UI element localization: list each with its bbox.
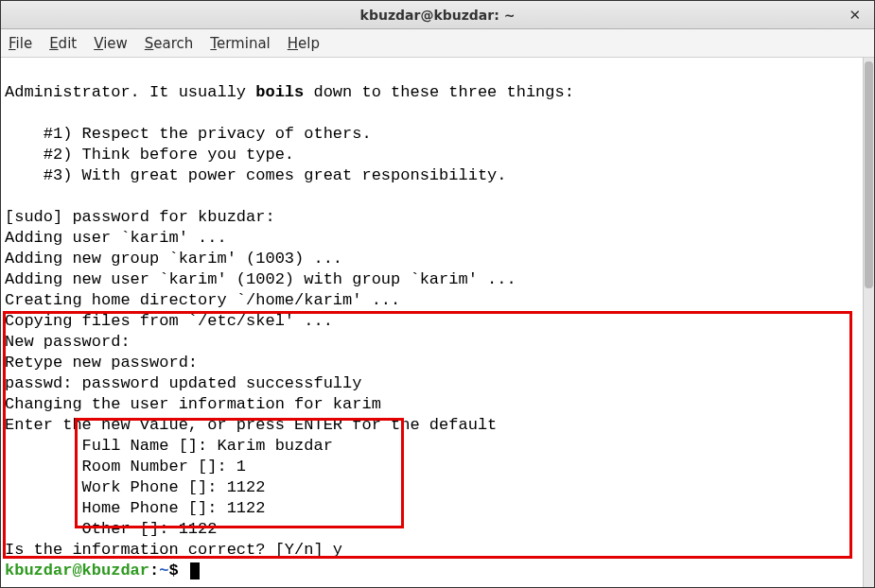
menu-help[interactable]: Help: [288, 35, 320, 52]
scrollbar-thumb[interactable]: [865, 61, 873, 288]
terminal-line: Adding new group `karim' (1003) ...: [5, 250, 342, 268]
terminal-line: Administrator. It usually boils down to …: [5, 83, 574, 101]
terminal-line: [sudo] password for kbuzdar:: [5, 208, 275, 226]
terminal-line: Is the information correct? [Y/n] y: [5, 541, 342, 559]
menu-search[interactable]: Search: [145, 35, 194, 52]
scrollbar[interactable]: [863, 58, 874, 587]
close-icon[interactable]: ✕: [845, 7, 865, 24]
menu-view[interactable]: View: [94, 35, 128, 52]
terminal-line: Changing the user information for karim: [5, 395, 381, 413]
titlebar: kbuzdar@kbuzdar: ~ ✕: [1, 1, 874, 29]
terminal-line: New password:: [5, 333, 131, 351]
menubar: File Edit View Search Terminal Help: [1, 29, 874, 58]
terminal-line: Work Phone []: 1122: [5, 478, 265, 496]
menu-edit[interactable]: Edit: [49, 35, 77, 52]
terminal-line: Adding user `karim' ...: [5, 229, 227, 247]
terminal-line: Enter the new value, or press ENTER for …: [5, 416, 497, 434]
terminal-line: #1) Respect the privacy of others.: [5, 125, 372, 143]
terminal-prompt: kbuzdar@kbuzdar:~$: [5, 562, 200, 579]
terminal-line: Retype new password:: [5, 354, 198, 372]
terminal-line: Home Phone []: 1122: [5, 499, 265, 517]
prompt-path: ~: [159, 562, 168, 579]
terminal-line: #2) Think before you type.: [5, 146, 294, 164]
window-title: kbuzdar@kbuzdar: ~: [360, 8, 516, 23]
terminal-line: #3) With great power comes great respons…: [5, 166, 507, 184]
terminal-line: passwd: password updated successfully: [5, 374, 361, 392]
terminal-line: Room Number []: 1: [5, 458, 246, 476]
terminal-line: Adding new user `karim' (1002) with grou…: [5, 270, 516, 288]
terminal-area[interactable]: Administrator. It usually boils down to …: [1, 58, 874, 587]
terminal-line: Full Name []: Karim buzdar: [5, 437, 333, 455]
prompt-user: kbuzdar@kbuzdar: [5, 562, 149, 579]
menu-file[interactable]: File: [9, 35, 32, 52]
cursor-icon: [190, 562, 200, 579]
terminal-content[interactable]: Administrator. It usually boils down to …: [1, 58, 874, 587]
terminal-line: Copying files from `/etc/skel' ...: [5, 312, 333, 330]
menu-terminal[interactable]: Terminal: [210, 35, 270, 52]
terminal-line: Other []: 1122: [5, 520, 217, 538]
terminal-line: Creating home directory `/home/karim' ..…: [5, 291, 400, 309]
